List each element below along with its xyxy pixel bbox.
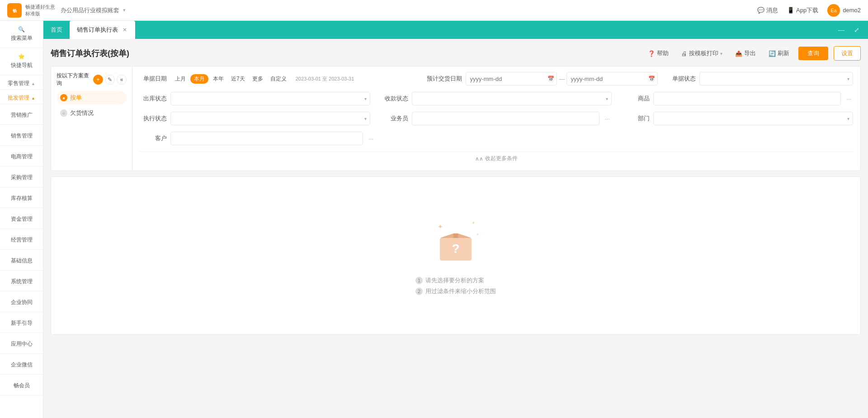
sidebar-item-sales[interactable]: 销售管理 [0,125,43,146]
logo-line2: 标准版 [25,10,55,17]
chevron-up-icon: ∧∧ [475,156,483,162]
tab-home[interactable]: 首页 [43,21,70,39]
maximize-button[interactable]: ⤢ [851,24,863,36]
message-button[interactable]: 💬 消息 [757,6,778,14]
goods-more-icon[interactable]: ··· [844,95,853,102]
export-icon: 📤 [735,50,742,57]
date-this-month-btn[interactable]: 本月 [190,74,208,84]
refresh-button[interactable]: 🔄 刷新 [765,48,793,59]
date-this-year-btn[interactable]: 本年 [210,74,226,84]
sidebar-item-wechat[interactable]: 企业微信 [0,354,43,375]
minimize-button[interactable]: — [835,24,847,36]
out-status-select[interactable] [170,92,370,105]
date-last-month-btn[interactable]: 上月 [172,74,189,84]
filter-add-button[interactable]: + [93,75,103,85]
sidebar-item-operations[interactable]: 经营管理 [0,229,43,250]
predicted-date-label: 预计交货日期 [427,75,462,83]
dept-label: 部门 [623,114,650,123]
print-button[interactable]: 🖨 按模板打印 ▾ [678,48,726,59]
empty-state: ? ✦ ✦ ✦ 1 请先选择要分析的方案 2 用过滤条件来缩小分析范围 [51,176,861,335]
settings-button[interactable]: 设置 [834,46,861,61]
sidebar-item-apps[interactable]: 应用中心 [0,333,43,354]
predicted-date-start-input[interactable] [466,72,557,86]
collapse-bar[interactable]: ∧∧ 收起更多条件 [140,152,853,165]
tab-sales-exec[interactable]: 销售订单执行表 ✕ [70,21,135,39]
dept-wrapper: ▾ [653,112,853,125]
predicted-date-start-wrapper: 📅 [466,72,557,86]
out-status-wrapper: ▾ [170,92,370,105]
tab-home-label: 首页 [51,26,62,34]
salesperson-input[interactable] [412,112,599,125]
doc-status-select[interactable] [699,72,853,86]
star-icon: ⭐ [18,53,25,60]
svg-text:✦: ✦ [476,233,479,237]
sidebar-item-system[interactable]: 系统管理 [0,271,43,291]
export-button[interactable]: 📤 导出 [731,48,760,59]
sidebar-item-ecommerce[interactable]: 电商管理 [0,146,43,166]
goods-input[interactable] [653,92,841,105]
filter-section-title: 按以下方案查询 + ✎ « [57,72,127,87]
predicted-date-end-input[interactable] [566,72,658,86]
help-button[interactable]: ❓ 帮助 [644,48,672,59]
filter-field-salesperson: 业务员 ··· [381,112,612,125]
sidebar-item-basic[interactable]: 基础信息 [0,250,43,271]
filter-right: 单据日期 上月 本月 本年 近7天 更多 自定义 2023-03-01 至 20… [132,66,860,171]
logo-area: 畅 畅捷通好生意 标准版 [7,3,55,18]
breadcrumb-arrow-icon: ▾ [123,7,126,13]
sidebar-item-wholesale[interactable]: 批发管理 ▲ [0,90,43,104]
sidebar-item-search[interactable]: 🔍 搜索菜单 [0,21,43,48]
svg-text:✦: ✦ [438,223,443,230]
breadcrumb[interactable]: 办公用品行业模拟账套 ▾ [61,6,126,14]
hint-text-1: 请先选择要分析的方案 [425,276,484,285]
sidebar-item-marketing[interactable]: 营销推广 [0,104,43,125]
salesperson-more-icon[interactable]: ··· [603,115,612,122]
tab-close-icon[interactable]: ✕ [122,26,128,34]
retail-arrow-icon: ▲ [31,81,35,86]
filter-collapse-button[interactable]: « [117,75,127,85]
filter-field-doc-status: 单据状态 ▾ [669,72,853,86]
collapse-label: ∧∧ 收起更多条件 [475,155,518,162]
sidebar-item-enterprise[interactable]: 企业协同 [0,291,43,312]
dept-select[interactable] [653,112,853,125]
message-label: 消息 [766,6,778,14]
sidebar-item-purchase[interactable]: 采购管理 [0,166,43,187]
main-layout: 🔍 搜索菜单 ⭐ 快捷导航 零售管理 ▲ 批发管理 ▲ 营销推广 销售管理 电商… [0,21,868,418]
filter-nav-dot-order: ● [60,94,67,101]
avatar: Ea [827,4,840,17]
filter-nav-by-order[interactable]: ● 按单 [57,91,127,104]
download-icon: 📱 [787,7,794,14]
sidebar-item-retail[interactable]: 零售管理 ▲ [0,75,43,89]
filter-nav-debt-label: 欠货情况 [70,109,94,117]
filter-edit-button[interactable]: ✎ [105,75,115,85]
refresh-icon: 🔄 [769,50,776,57]
filter-field-predicted-date: 预计交货日期 📅 — 📅 [427,72,658,86]
svg-rect-3 [453,233,458,238]
sidebar-search-label: 搜索菜单 [11,34,33,42]
predicted-date-end-wrapper: 📅 [566,72,658,86]
collect-status-wrapper: ▾ [412,92,612,105]
sidebar-item-inventory[interactable]: 库存核算 [0,187,43,208]
customer-more-icon[interactable]: ··· [367,135,375,142]
sidebar-item-quick-nav[interactable]: ⭐ 快捷导航 [0,48,43,75]
salesperson-label: 业务员 [381,114,408,123]
sidebar-group-wholesale: 批发管理 ▲ [0,90,43,104]
customer-input[interactable] [170,132,363,145]
date-custom-btn[interactable]: 自定义 [268,74,289,84]
page-title-bar: 销售订单执行表(按单) ❓ 帮助 🖨 按模板打印 ▾ 📤 导出 [51,46,861,61]
date-last7days-btn[interactable]: 近7天 [228,74,248,84]
app-download-button[interactable]: 📱 App下载 [787,6,818,14]
collect-status-select[interactable] [412,92,612,105]
hint-num-2: 2 [415,288,423,295]
filter-nav-by-debt[interactable]: ○ 欠货情况 [57,106,127,120]
sidebar-item-newbie[interactable]: 新手引导 [0,312,43,333]
exec-status-select[interactable] [170,112,370,125]
sidebar-item-finance[interactable]: 资金管理 [0,208,43,229]
user-menu[interactable]: Ea demo2 [827,4,861,17]
query-button[interactable]: 查询 [798,47,828,60]
breadcrumb-text: 办公用品行业模拟账套 [61,6,119,14]
tab-sales-exec-label: 销售订单执行表 [77,26,118,34]
search-icon: 🔍 [18,26,25,33]
sidebar-item-member[interactable]: 畅会员 [0,375,43,395]
filter-row-1: 单据日期 上月 本月 本年 近7天 更多 自定义 2023-03-01 至 20… [140,72,853,86]
date-more-btn[interactable]: 更多 [250,74,266,84]
